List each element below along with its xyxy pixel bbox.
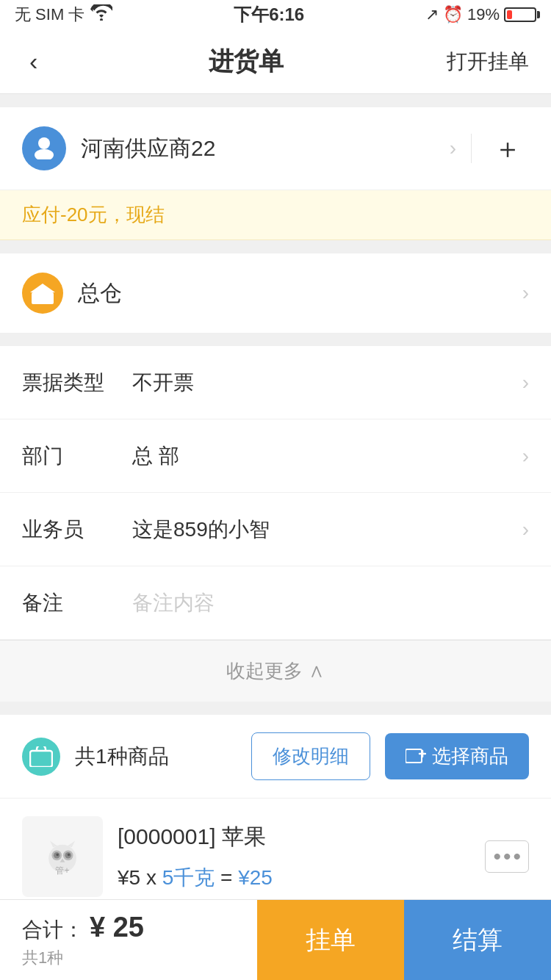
warehouse-row[interactable]: 总仓 › (0, 253, 551, 333)
svg-point-2 (35, 149, 54, 159)
divider-4 (0, 702, 551, 715)
invoice-value: 不开票 (118, 369, 522, 397)
battery-icon (504, 7, 536, 22)
divider-1 (0, 94, 551, 107)
status-right: ↗ ⏰ 19% (425, 5, 536, 24)
collapse-label: 收起更多 ∧ (226, 660, 324, 682)
svg-point-13 (68, 854, 70, 856)
remark-input[interactable]: 备注内容 (118, 589, 529, 617)
footer: 合计： ¥ 25 共1种 挂单 结算 (0, 899, 551, 980)
invoice-label: 票据类型 (22, 369, 118, 397)
department-value: 总 部 (118, 442, 522, 470)
status-bar: 无 SIM 卡 下午6:16 ↗ ⏰ 19% (0, 0, 551, 29)
svg-rect-3 (32, 292, 54, 304)
invoice-row[interactable]: 票据类型 不开票 › (0, 346, 551, 419)
salesperson-value: 这是859的小智 (118, 516, 522, 544)
wifi-icon (90, 4, 112, 25)
total-label: 合计： (22, 916, 84, 944)
product-title: 苹果 (222, 824, 266, 849)
battery-percent: 19% (467, 5, 500, 24)
product-count-text: 共1种商品 (75, 743, 237, 771)
remark-label: 备注 (22, 589, 118, 617)
svg-text:管+: 管+ (55, 865, 69, 876)
select-product-button[interactable]: 选择商品 (385, 733, 529, 779)
divider-v (471, 134, 472, 163)
header: ‹ 进货单 打开挂单 (0, 29, 551, 94)
edit-detail-button[interactable]: 修改明细 (251, 732, 370, 780)
warehouse-icon (22, 273, 63, 314)
status-left: 无 SIM 卡 (15, 4, 112, 26)
back-button[interactable]: ‹ (22, 40, 45, 83)
supplier-row[interactable]: 河南供应商22 › ＋ (0, 107, 551, 190)
salesperson-row[interactable]: 业务员 这是859的小智 › (0, 493, 551, 566)
invoice-chevron-icon: › (522, 371, 529, 394)
select-product-label: 选择商品 (432, 743, 508, 769)
divider-2 (0, 240, 551, 253)
svg-point-1 (38, 137, 50, 149)
no-sim-text: 无 SIM 卡 (15, 4, 84, 26)
salesperson-chevron-icon: › (522, 518, 529, 541)
department-label: 部门 (22, 442, 118, 470)
hang-button[interactable]: 挂单 (257, 900, 404, 981)
product-info: [0000001] 苹果 ¥5 x 5千克 = ¥25 (118, 822, 470, 892)
department-row[interactable]: 部门 总 部 › (0, 419, 551, 493)
product-price: ¥5 x 5千克 = ¥25 (118, 864, 470, 892)
supplier-chevron-icon: › (450, 137, 456, 160)
department-chevron-icon: › (522, 444, 529, 468)
checkout-button[interactable]: 结算 (404, 900, 551, 981)
supplier-section: 河南供应商22 › ＋ 应付-20元，现结 (0, 107, 551, 240)
quantity: 5千克 (162, 866, 215, 889)
product-name: [0000001] 苹果 (118, 822, 470, 852)
product-count-icon (22, 738, 60, 776)
warehouse-name: 总仓 (78, 278, 522, 309)
supplier-name: 河南供应商22 (81, 134, 450, 164)
svg-rect-5 (30, 751, 52, 767)
avatar-icon (31, 133, 57, 165)
svg-rect-6 (406, 749, 422, 763)
svg-marker-4 (30, 284, 55, 292)
form-section: 票据类型 不开票 › 部门 总 部 › 业务员 这是859的小智 › 备注 备注… (0, 346, 551, 640)
product-thumbnail: 管+ (22, 816, 103, 897)
product-code: [0000001] (118, 824, 222, 849)
alarm-icon: ⏰ (443, 5, 463, 24)
total-sub: 共1种 (22, 947, 235, 969)
location-icon: ↗ (425, 5, 439, 24)
svg-point-0 (100, 18, 103, 21)
notice-text: 应付-20元，现结 (22, 203, 165, 226)
warehouse-chevron-icon: › (522, 281, 529, 305)
svg-point-12 (56, 854, 58, 856)
total-amount: ¥ 25 (90, 912, 144, 943)
notice-bar: 应付-20元，现结 (0, 190, 551, 240)
product-header: 共1种商品 修改明细 选择商品 (0, 715, 551, 799)
product-item: 管+ [0000001] 苹果 ¥5 x 5千克 = ¥25 ••• (0, 799, 551, 915)
divider-3 (0, 333, 551, 346)
salesperson-label: 业务员 (22, 516, 118, 544)
total-price: ¥25 (238, 866, 273, 889)
more-button[interactable]: ••• (485, 840, 529, 873)
footer-total: 合计： ¥ 25 共1种 (0, 912, 257, 969)
warehouse-section: 总仓 › (0, 253, 551, 333)
svg-marker-15 (50, 841, 57, 848)
collapse-bar[interactable]: 收起更多 ∧ (0, 640, 551, 702)
svg-marker-16 (68, 841, 75, 848)
remark-row[interactable]: 备注 备注内容 (0, 566, 551, 640)
owl-logo-icon: 管+ (40, 835, 84, 879)
status-time: 下午6:16 (234, 3, 304, 26)
add-button[interactable]: ＋ (486, 127, 529, 170)
supplier-avatar (22, 126, 66, 170)
equals: = (220, 866, 238, 889)
open-hang-button[interactable]: 打开挂单 (447, 48, 529, 76)
total-main: 合计： ¥ 25 (22, 912, 235, 944)
page-title: 进货单 (209, 45, 284, 79)
unit-price: ¥5 x (118, 866, 162, 889)
